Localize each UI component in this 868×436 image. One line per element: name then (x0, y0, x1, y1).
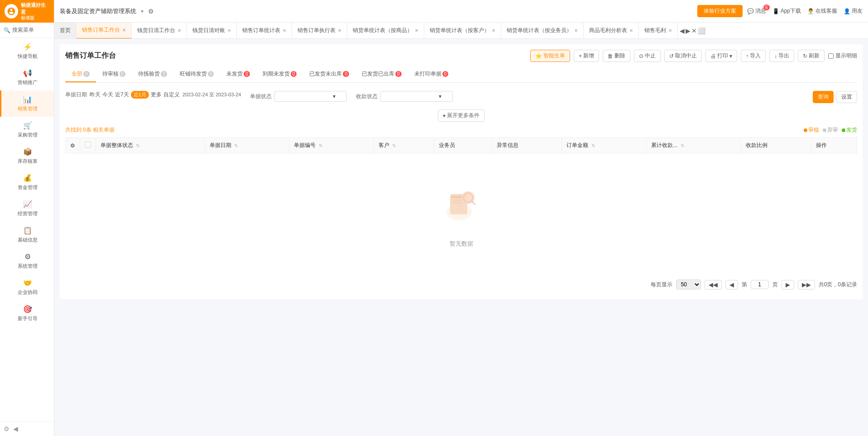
tabs-maximize-icon[interactable]: ⬜ (698, 27, 705, 34)
sidebar-search[interactable]: 🔍 搜索菜单 (0, 23, 54, 38)
next-page-button[interactable]: ▶ (782, 280, 794, 289)
sort-amount-icon[interactable]: ⇅ (591, 143, 595, 148)
prev-page-button[interactable]: ◀ (725, 280, 738, 289)
ship-action[interactable]: 发货 (842, 126, 857, 134)
sidebar-item-operations[interactable]: 📈 经营管理 (0, 195, 54, 222)
date-opt-yesterday[interactable]: 昨天 (90, 91, 101, 99)
tab-sales-exec[interactable]: 销售订单执行表 ✕ (292, 23, 347, 39)
sub-tab-shipped-not-in[interactable]: 已发货未出库0 (303, 66, 355, 82)
sub-tab-overdue[interactable]: 到期未发货0 (256, 66, 303, 82)
online-service-action[interactable]: 👨‍💼 在线客服 (807, 7, 837, 15)
sort-date-icon[interactable]: ⇅ (234, 143, 238, 148)
workbench-header: 销售订单工作台 ⭐ 智能生单 + 新增 🗑 删除 ⊙ (65, 50, 857, 62)
message-action[interactable]: 💬 消息 6 (747, 7, 766, 15)
tab-close-sales-exec[interactable]: ✕ (338, 28, 341, 33)
sidebar-item-system[interactable]: ⚙ 系统管理 (0, 248, 54, 274)
sub-tab-not-shipped[interactable]: 未发货0 (220, 66, 256, 82)
sort-collected-icon[interactable]: ⇅ (681, 143, 684, 148)
tab-close-sales-summary-customer[interactable]: ✕ (492, 28, 495, 33)
sub-tab-pending-review[interactable]: 待审核0 (96, 66, 132, 82)
refresh-button[interactable]: ↻ 刷新 (798, 50, 825, 62)
query-button[interactable]: 查询 (813, 91, 834, 103)
tab-close-sales-summary-product[interactable]: ✕ (415, 28, 418, 33)
tab-close-cash-reconcile[interactable]: ✕ (227, 28, 231, 33)
date-opt-custom[interactable]: 自定义 (163, 91, 180, 99)
solution-button[interactable]: 体验行业方案 (697, 5, 743, 17)
cancel-approve-action[interactable]: 弃审 (823, 126, 838, 134)
tab-sales-stat[interactable]: 销售订单统计表 ✕ (237, 23, 292, 39)
settings-filter-button[interactable]: 设置 (836, 91, 857, 103)
tab-cash-daily[interactable]: 钱货日清工作台 ✕ (132, 23, 187, 39)
sidebar-item-marketing[interactable]: 📢 营销推广 (0, 64, 54, 90)
delete-button[interactable]: 🗑 删除 (603, 50, 630, 62)
select-all-checkbox[interactable] (85, 142, 91, 148)
export-button[interactable]: ↓ 导出 (769, 50, 794, 62)
settings-bottom-icon[interactable]: ⚙ (4, 425, 10, 432)
first-page-button[interactable]: ◀◀ (705, 280, 722, 289)
sort-customer-icon[interactable]: ⇅ (392, 143, 396, 148)
tab-product-margin[interactable]: 商品毛利分析表 ✕ (584, 23, 639, 39)
tab-close-product-margin[interactable]: ✕ (629, 28, 633, 33)
tabs-close-icon[interactable]: ✕ (691, 27, 697, 34)
sidebar-item-quick-nav[interactable]: ⚡ 快捷导航 (0, 38, 54, 64)
col-settings[interactable]: ⚙ (66, 138, 80, 153)
sub-tab-all[interactable]: 全部0 (65, 66, 96, 82)
sub-tab-shipped-out[interactable]: 已发货已出库0 (355, 66, 408, 82)
date-opt-more[interactable]: 更多 (151, 91, 162, 99)
page-number-input[interactable] (751, 280, 769, 289)
tab-sales-workbench[interactable]: 销售订单工作台 ✕ (77, 23, 132, 39)
tab-close-sales-workbench[interactable]: ✕ (122, 28, 126, 33)
cancel-stop-button[interactable]: ↺ 取消中止 (664, 50, 702, 62)
expand-icon: ▾ (443, 113, 446, 119)
smart-create-button[interactable]: ⭐ 智能生单 (530, 50, 570, 62)
system-title-dropdown[interactable]: ▾ (141, 8, 144, 14)
stop-button[interactable]: ⊙ 中止 (634, 50, 661, 62)
last-page-button[interactable]: ▶▶ (798, 280, 815, 289)
sort-status-icon[interactable]: ⇅ (136, 143, 139, 148)
sidebar-item-sales[interactable]: 📊 销售管理 (0, 90, 54, 117)
tab-sales-summary-product[interactable]: 销货单统计表（按商品） ✕ (347, 23, 424, 39)
date-opt-today[interactable]: 今天 (102, 91, 113, 99)
tab-close-cash-daily[interactable]: ✕ (177, 28, 181, 33)
tab-close-sales-summary-staff[interactable]: ✕ (574, 28, 578, 33)
user-action[interactable]: 👤 用友 (844, 7, 863, 15)
topbar-settings-icon[interactable]: ⚙ (148, 8, 154, 15)
approve-action[interactable]: 审核 (804, 126, 819, 134)
collapse-icon[interactable]: ◀ (13, 425, 18, 432)
import-button[interactable]: ↑ 导入 (741, 50, 766, 62)
tab-sales-summary-customer[interactable]: 销货单统计表（按客户） ✕ (424, 23, 501, 39)
show-detail-label[interactable]: 显示明细 (828, 52, 857, 60)
tab-home[interactable]: 首页 (54, 23, 77, 39)
tab-close-sales-stat[interactable]: ✕ (283, 28, 286, 33)
collection-select[interactable]: ▾ (380, 91, 453, 102)
guide-icon: 🎯 (23, 305, 32, 313)
tab-close-sales-more[interactable]: ✕ (668, 28, 672, 33)
sort-number-icon[interactable]: ⇅ (319, 143, 322, 148)
sales-icon: 📊 (23, 95, 32, 104)
status-select[interactable]: ▾ (274, 91, 347, 102)
sub-tab-not-printed[interactable]: 未打印单据0 (408, 66, 455, 82)
sidebar-item-guide[interactable]: 🎯 新手引导 (0, 300, 54, 327)
page-size-select[interactable]: 20 50 100 (676, 280, 701, 289)
sidebar-item-purchase[interactable]: 🛒 采购管理 (0, 117, 54, 143)
date-opt-7days[interactable]: 近7天 (115, 91, 129, 99)
collection-select-arrow: ▾ (439, 93, 441, 100)
sidebar-item-inventory[interactable]: 📦 库存核算 (0, 143, 54, 169)
print-button[interactable]: 🖨 打印 ▾ (705, 50, 737, 62)
tab-cash-reconcile[interactable]: 钱货日清对账 ✕ (187, 23, 237, 39)
sidebar-item-finance[interactable]: 💰 资金管理 (0, 169, 54, 195)
sub-tab-pending-check[interactable]: 待拣验货0 (132, 66, 173, 82)
workbench-title: 销售订单工作台 (65, 51, 116, 61)
sidebar-item-enterprise[interactable]: 🤝 企业协同 (0, 274, 54, 300)
sidebar-item-basic-info[interactable]: 📋 基础信息 (0, 222, 54, 248)
show-detail-checkbox[interactable] (828, 53, 834, 59)
expand-conditions-button[interactable]: ▾ 展开更多条件 (438, 109, 484, 122)
tab-sales-summary-staff[interactable]: 销货单统计表（按业务员） ✕ (501, 23, 584, 39)
tab-sales-more[interactable]: 销售毛利 ✕ (639, 23, 678, 39)
app-download-action[interactable]: 📱 App下载 (772, 7, 801, 15)
tabs-next-icon[interactable]: ▶ (686, 27, 691, 34)
add-button[interactable]: + 新增 (574, 50, 599, 62)
sub-tab-wangpu[interactable]: 旺铺待发货0 (173, 66, 221, 82)
date-opt-1month[interactable]: 近1月 (131, 91, 149, 99)
tabs-prev-icon[interactable]: ◀ (680, 27, 685, 34)
